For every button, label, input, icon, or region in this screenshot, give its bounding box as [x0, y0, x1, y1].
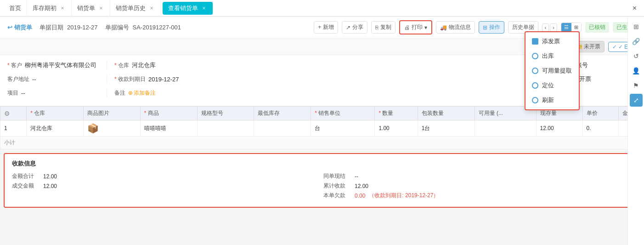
tab-home[interactable]: 首页 [4, 0, 27, 17]
payment-info-left: 金额合计 12.00 成交金额 12.00 [12, 172, 321, 201]
subtotal-row: 小计 [0, 137, 644, 149]
row-min-stock [254, 120, 311, 137]
tab-inventory-init[interactable]: 库存期初 × [27, 0, 72, 17]
sidebar-link-button[interactable]: 🔗 [630, 35, 643, 48]
total-amount-row: 金额合计 12.00 [12, 172, 321, 180]
operations-button[interactable]: ⊞ 操作 [479, 21, 504, 34]
history-button-label: 历史单据 [512, 23, 534, 31]
tab-sales-order-close[interactable]: × [98, 5, 104, 11]
sidebar-flag-button[interactable]: ⚑ [630, 79, 643, 92]
tab-sales-history[interactable]: 销货单历史 × [110, 0, 161, 17]
same-order-label: 同单现结 [323, 172, 351, 180]
operations-dropdown: 添发票 出库 可用量提取 定位 刷新 [525, 31, 580, 110]
dropdown-refresh[interactable]: 刷新 [525, 93, 579, 108]
row-unit-price: 0. [582, 120, 618, 137]
right-sidebar: ⊞ 🔗 ↺ 👤 ⚑ ⤢ [627, 17, 644, 245]
locate-icon [532, 82, 538, 89]
warehouse-label: 仓库 [114, 62, 129, 69]
dropdown-add-invoice[interactable]: 添发票 [525, 34, 579, 49]
sidebar-flag-icon: ⚑ [633, 82, 639, 89]
sidebar-expand-icon: ⤢ [633, 97, 639, 104]
due-amount-row: 本单欠款 0.00 （收款到期日: 2019-12-27） [323, 192, 632, 199]
tab-sales-history-close[interactable]: × [148, 5, 155, 11]
cumulative-payment-label: 累计收款 [323, 182, 351, 190]
view-grid-button[interactable]: ⊞ [571, 23, 581, 32]
project-field: 项目 -- [7, 89, 99, 97]
tab-view-sales[interactable]: 查看销货单 × [163, 2, 213, 15]
operations-button-label: 操作 [489, 23, 500, 31]
copy-button[interactable]: ⎘ 复制 [371, 21, 395, 34]
row-sales-unit: 台 [311, 120, 375, 137]
row-product-img: 📦 [83, 120, 140, 137]
view-toggle: ☰ ⊞ [561, 23, 582, 32]
new-button[interactable]: + 新增 [314, 21, 338, 34]
same-order-value: -- [355, 173, 358, 180]
doc-type-label: 销货单 [14, 23, 32, 32]
tab-bar-close-button[interactable]: × [629, 4, 640, 12]
sidebar-person-button[interactable]: 👤 [630, 64, 643, 77]
payment-date-value: 2019-12-27 [148, 76, 179, 83]
tab-sales-history-label: 销货单历史 [116, 4, 146, 12]
col-min-stock: 最低库存 [254, 107, 311, 120]
add-note-label: 添加备注 [134, 89, 156, 97]
next-button[interactable]: › [550, 23, 557, 32]
payment-date-label: 收款到期日 [114, 75, 146, 83]
print-button[interactable]: 🖨 打印 ▾ [401, 22, 431, 33]
plus-icon: ⊕ [128, 90, 133, 96]
sidebar-refresh-button[interactable]: ↺ [630, 50, 643, 63]
add-note-button[interactable]: ⊕ 添加备注 [128, 89, 156, 97]
dropdown-locate[interactable]: 定位 [525, 78, 579, 93]
logistics-button[interactable]: 🚚 物流信息 [436, 21, 475, 34]
locate-label: 定位 [542, 81, 554, 90]
product-table: ⚙ 仓库 商品图片 商品 规格型号 最低库存 销售单位 数量 包装数量 可用量 … [0, 106, 644, 149]
col-product: 商品 [140, 107, 197, 120]
same-order-row: 同单现结 -- [323, 172, 632, 180]
doc-date-group: 单据日期 2019-12-27 [40, 23, 98, 32]
view-list-button[interactable]: ☰ [561, 23, 571, 32]
customer-value: 柳州粤港平安气体有限公司 [25, 61, 96, 69]
refresh-icon [532, 97, 538, 103]
document-meta: 单据日期 2019-12-27 单据编号 SA-20191227-001 [40, 23, 306, 32]
project-label: 项目 [7, 89, 18, 97]
document-title: ↩ 销货单 [7, 23, 32, 32]
due-amount-note: （收款到期日: 2019-12-27） [369, 192, 439, 199]
grid-icon: ⊞ [483, 24, 487, 31]
row-quantity: 1.00 [375, 120, 418, 137]
transaction-amount-label: 成交金额 [12, 182, 40, 190]
new-button-label: + 新增 [318, 23, 333, 31]
print-icon: 🖨 [404, 24, 410, 31]
settings-icon[interactable]: ⚙ [4, 110, 10, 117]
dropdown-out-warehouse[interactable]: 出库 [525, 49, 579, 63]
dropdown-available-qty[interactable]: 可用量提取 [525, 63, 579, 78]
prev-button[interactable]: ‹ [542, 23, 549, 32]
warehouse-field: 仓库 河北仓库 [114, 61, 206, 69]
tab-sales-order[interactable]: 销货单 × [72, 0, 110, 17]
tab-inventory-init-close[interactable]: × [59, 5, 66, 11]
share-button[interactable]: ↗ 分享 [342, 21, 367, 34]
tab-sales-order-label: 销货单 [77, 4, 95, 12]
tab-view-sales-close[interactable]: × [201, 5, 207, 11]
copy-button-label: 复制 [380, 23, 391, 31]
sidebar-expand-button[interactable]: ⤢ [630, 94, 643, 107]
due-amount-label: 本单欠款 [323, 192, 351, 199]
note-label: 备注 [114, 89, 125, 97]
warehouse-value: 河北仓库 [132, 61, 156, 69]
row-warehouse: 河北仓库 [27, 120, 84, 137]
nav-arrows: ‹ › [542, 23, 557, 32]
product-image: 📦 [87, 123, 99, 133]
payment-info-right: 同单现结 -- 累计收款 12.00 本单欠款 0.00 （收款到期日: 201… [323, 172, 632, 201]
doc-number-group: 单据编号 SA-20191227-001 [105, 23, 181, 32]
logistics-button-label: 物流信息 [449, 23, 471, 31]
col-settings[interactable]: ⚙ [0, 107, 27, 120]
tab-inventory-init-label: 库存期初 [33, 4, 56, 12]
not-open-label: 未开票 [584, 43, 600, 51]
total-amount-label: 金额合计 [12, 172, 40, 180]
print-dropdown-arrow: ▾ [424, 24, 427, 31]
refresh-label: 刷新 [542, 96, 554, 104]
sidebar-grid-button[interactable]: ⊞ [630, 20, 643, 33]
truck-icon: 🚚 [440, 24, 447, 31]
available-qty-icon [532, 68, 538, 74]
sidebar-link-icon: 🔗 [632, 38, 640, 45]
payment-info-section: 收款信息 金额合计 12.00 成交金额 12.00 同单现结 -- 累计收款 [4, 153, 640, 208]
col-product-img: 商品图片 [83, 107, 140, 120]
